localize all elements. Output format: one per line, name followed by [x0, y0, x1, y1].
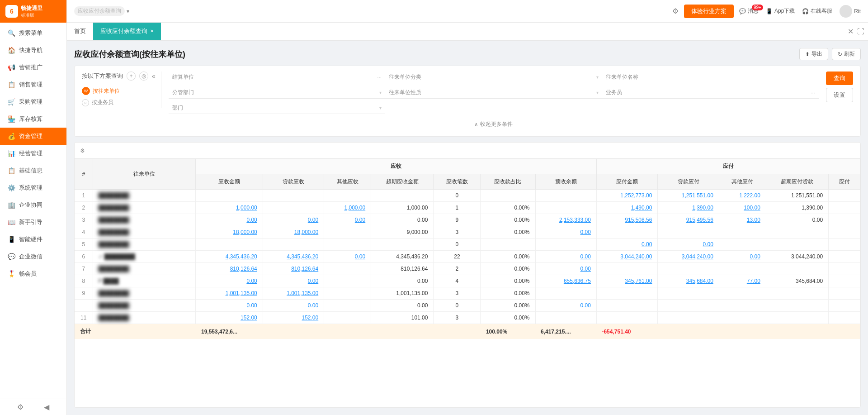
cell-ar-loan[interactable]: 18,000.00 — [294, 229, 318, 235]
cell-ar-amount[interactable]: 0.00 — [246, 278, 257, 284]
cell-ar-prepaid[interactable]: 0.00 — [580, 266, 591, 272]
cell-ap-other[interactable]: 100.00 — [744, 205, 760, 211]
filter-dropdown-section[interactable]: ▾ — [379, 105, 382, 110]
cell-ap-loan[interactable]: 915,495.56 — [686, 217, 713, 223]
cell-ar-amount[interactable]: 1,000.00 — [236, 205, 257, 211]
filter-add-button[interactable]: + — [127, 72, 136, 81]
page-actions: ⬆ 导出 ↻ 刷新 — [799, 48, 861, 60]
cell-ar-amount[interactable]: 152.00 — [241, 315, 257, 321]
tab-close-icon[interactable]: ✕ — [150, 29, 154, 33]
cell-ap-amount[interactable]: 345,761.00 — [625, 278, 652, 284]
logo-title: 畅捷通里 — [21, 5, 42, 12]
filter-collapse-btn[interactable]: « — [152, 72, 156, 80]
cell-ar-other[interactable]: 0.00 — [355, 217, 365, 223]
cell-ar-prepaid[interactable]: 0.00 — [580, 229, 591, 235]
sidebar-item-hardware[interactable]: 📱智能硬件 — [0, 231, 66, 248]
cell-ar-amount[interactable]: 4,345,436.20 — [226, 253, 257, 260]
cell-ar-loan[interactable]: 152.00 — [302, 315, 319, 321]
filter-collapse-row[interactable]: ∧ 收起更多条件 — [169, 118, 819, 131]
sidebar-item-system[interactable]: ⚙️系统管理 — [0, 179, 66, 196]
home-icon: 🏠 — [7, 47, 15, 54]
table-settings-icon[interactable]: ⚙ — [80, 148, 85, 154]
cell-ar-loan[interactable]: 1,001,135.00 — [287, 290, 318, 296]
sidebar-item-operations[interactable]: 📊经营管理 — [0, 145, 66, 162]
filter-dropdown-unittype[interactable]: ▾ — [596, 75, 599, 80]
sidebar-item-marketing[interactable]: 📢营销推广 — [0, 59, 66, 76]
cell-ap-amount[interactable]: 1,490.00 — [631, 205, 652, 211]
cell-ar-prepaid[interactable]: 2,153,333.00 — [559, 217, 591, 223]
cell-ap-loan[interactable]: 3,044,240.00 — [682, 253, 713, 260]
cell-ar-amount[interactable]: 810,126.64 — [230, 266, 257, 272]
sidebar-item-corp[interactable]: 🏢企业协同 — [0, 196, 66, 214]
download-button[interactable]: 📱 App下载 — [766, 7, 795, 15]
sidebar-item-guide[interactable]: 📖新手引导 — [0, 214, 66, 231]
cell-ar-prepaid[interactable]: 655,636.75 — [564, 278, 591, 284]
cell-ar-loan[interactable]: 810,126.64 — [291, 266, 318, 272]
sidebar-item-member[interactable]: 🎖️畅会员 — [0, 265, 66, 282]
filter-scheme-bystaff[interactable]: ○ 按业务员 — [82, 97, 156, 108]
cell-ar-amount[interactable]: 18,000.00 — [233, 229, 257, 235]
filter-dropdown-dept[interactable]: ▾ — [379, 90, 382, 95]
cell-ar-prepaid[interactable]: 0.00 — [580, 253, 591, 260]
cell-ap-loan[interactable]: 1,251,551.00 — [682, 192, 713, 199]
tab-expand-icon[interactable]: ⛶ — [857, 28, 864, 36]
cell-ar-other[interactable]: 0.00 — [355, 253, 365, 260]
export-button[interactable]: ⬆ 导出 — [799, 48, 828, 60]
cell-ap-other[interactable]: 0.00 — [750, 253, 760, 260]
sidebar-item-search[interactable]: 🔍搜索菜单 — [0, 24, 66, 42]
cell-rownum: 9 — [75, 287, 93, 300]
sidebar-item-finance[interactable]: 💰资金管理 — [0, 128, 66, 145]
cell-ar-other[interactable]: 1,000.00 — [344, 205, 365, 211]
query-button[interactable]: 查询 — [826, 72, 853, 85]
industry-btn[interactable]: 体验行业方案 — [684, 5, 734, 18]
tab-home[interactable]: 首页 — [67, 23, 93, 40]
cell-ap-other[interactable]: 13.00 — [747, 217, 760, 223]
filter-target-button[interactable]: ◎ — [139, 72, 148, 81]
cell-counterpart: ████████ — [93, 214, 196, 226]
cell-ar-amount[interactable]: 0.00 — [246, 217, 257, 223]
cell-ap-loan[interactable]: 345,684.00 — [686, 278, 713, 284]
cell-ap-loan[interactable]: 1,390.00 — [692, 205, 713, 211]
sidebar-item-inventory[interactable]: 🏪库存核算 — [0, 110, 66, 128]
wechat-icon: 💬 — [7, 253, 15, 260]
cell-ar-amount[interactable]: 1,001,135.00 — [226, 290, 257, 296]
cell-ar-loan[interactable]: 0.00 — [308, 278, 318, 284]
cell-rownum: 3 — [75, 214, 93, 226]
filter-dropdown-unitnature[interactable]: ▾ — [596, 90, 599, 95]
cell-ap-amount[interactable]: 0.00 — [642, 241, 652, 248]
sidebar-collapse-button[interactable]: ◀ — [44, 403, 49, 411]
sidebar-item-quicknav[interactable]: 🏠快捷导航 — [0, 42, 66, 59]
refresh-button[interactable]: ↻ 刷新 — [832, 48, 861, 60]
cell-ap-other[interactable]: 77.00 — [747, 278, 760, 284]
cell-ar-amount[interactable]: 0.00 — [246, 302, 257, 309]
user-menu[interactable]: Rit — [840, 5, 861, 18]
filter-dots-salesperson[interactable]: ··· — [811, 90, 815, 96]
cell-ar-prepaid[interactable]: 0.00 — [580, 302, 591, 309]
sidebar-item-purchase[interactable]: 🛒采购管理 — [0, 93, 66, 110]
service-button[interactable]: 🎧 在线客服 — [802, 7, 832, 15]
table-row: 11 ████████ 152.00 152.00 101.00 3 0.00% — [75, 312, 860, 324]
notification-button[interactable]: 💬 消息 99+ — [739, 7, 759, 15]
sidebar-settings-button[interactable]: ⚙ — [17, 403, 24, 411]
cell-ar-loan[interactable]: 0.00 — [308, 217, 318, 223]
filter-scheme-byunit[interactable]: W 按往来单位 — [82, 85, 156, 97]
breadcrumb-dropdown[interactable]: ▾ — [127, 8, 129, 14]
sidebar-item-sales[interactable]: 📋销售管理 — [0, 76, 66, 93]
tab-arbalance[interactable]: 应收应付余额查询 ✕ — [93, 23, 161, 40]
cell-ap-amount[interactable]: 3,044,240.00 — [620, 253, 652, 260]
settings-button[interactable]: 设置 — [826, 88, 853, 102]
sidebar-item-wechat[interactable]: 💬企业微信 — [0, 248, 66, 265]
service-label: 在线客服 — [811, 7, 832, 15]
cell-ap-loan[interactable]: 0.00 — [703, 241, 713, 248]
sidebar-item-basic[interactable]: 📋基础信息 — [0, 162, 66, 179]
table-row: 2 ████████ 1,000.00 1,000.00 1,000.00 1 … — [75, 202, 860, 214]
cell-ap-amount[interactable]: 915,508.56 — [625, 217, 652, 223]
table-scroll[interactable]: # 往来单位 应收 应付 应收金额 贷款应收 其他应收 超期应收金额 应收笔数 … — [75, 159, 860, 407]
tab-close-all-icon[interactable]: ✕ — [848, 27, 854, 36]
filter-dots-settlement[interactable]: ··· — [377, 74, 382, 81]
cell-ar-loan[interactable]: 0.00 — [308, 302, 318, 309]
cell-ar-loan[interactable]: 4,345,436.20 — [287, 253, 318, 260]
topbar-settings-icon[interactable]: ⚙ — [672, 7, 679, 15]
cell-ap-other[interactable]: 1,222.00 — [739, 192, 760, 199]
cell-ap-amount[interactable]: 1,252,773.00 — [620, 192, 652, 199]
